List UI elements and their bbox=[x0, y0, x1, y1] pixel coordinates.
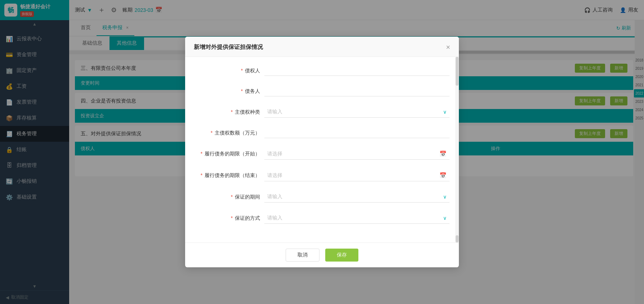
creditor-label: * 债权人 bbox=[200, 68, 264, 74]
guarantee-method-arrow-icon: ∨ bbox=[443, 215, 447, 221]
period-start-datepicker[interactable]: 请选择 📅 bbox=[264, 148, 450, 160]
creditor-input[interactable] bbox=[264, 65, 450, 76]
form-row-guarantee-method: * 保证的方式 请输入 ∨ bbox=[200, 213, 450, 224]
guarantee-method-placeholder: 请输入 bbox=[267, 215, 443, 221]
guarantee-method-select[interactable]: 请输入 ∨ bbox=[264, 213, 450, 224]
period-end-datepicker[interactable]: 请选择 📅 bbox=[264, 170, 450, 181]
claim-amount-label: * 主债权数额（万元） bbox=[200, 130, 264, 136]
period-end-placeholder: 请选择 bbox=[267, 172, 439, 179]
claim-type-label: * 主债权种类 bbox=[200, 109, 264, 115]
modal-close-button[interactable]: × bbox=[446, 43, 450, 51]
modal-footer: 取消 保存 bbox=[185, 242, 459, 267]
period-start-calendar-icon: 📅 bbox=[439, 150, 447, 157]
save-button[interactable]: 保存 bbox=[325, 249, 358, 262]
form-row-creditor: * 债权人 bbox=[200, 65, 450, 76]
guarantee-period-arrow-icon: ∨ bbox=[443, 194, 447, 200]
form-row-claim-type: * 主债权种类 请输入 ∨ bbox=[200, 106, 450, 118]
cancel-button[interactable]: 取消 bbox=[286, 249, 319, 262]
period-start-placeholder: 请选择 bbox=[267, 151, 439, 157]
claim-type-placeholder: 请输入 bbox=[267, 109, 443, 115]
debtor-input[interactable] bbox=[264, 86, 450, 96]
debtor-label: * 债务人 bbox=[200, 88, 264, 95]
modal-overlay[interactable]: 新增对外提供保证担保情况 × * 债权人 * 债务人 bbox=[0, 0, 644, 304]
guarantee-period-select[interactable]: 请输入 ∨ bbox=[264, 191, 450, 203]
guarantee-period-label: * 保证的期间 bbox=[200, 194, 264, 200]
guarantee-method-label: * 保证的方式 bbox=[200, 215, 264, 222]
form-row-period-start: * 履行债务的期限（开始） 请选择 📅 bbox=[200, 148, 450, 160]
modal-header: 新增对外提供保证担保情况 × bbox=[185, 37, 459, 57]
form-row-guarantee-period: * 保证的期间 请输入 ∨ bbox=[200, 191, 450, 203]
modal-body: * 债权人 * 债务人 * 主债权种 bbox=[185, 57, 455, 242]
claim-amount-input[interactable] bbox=[264, 128, 450, 138]
modal-title: 新增对外提供保证担保情况 bbox=[194, 44, 263, 51]
modal: 新增对外提供保证担保情况 × * 债权人 * 债务人 bbox=[185, 37, 459, 267]
period-end-calendar-icon: 📅 bbox=[439, 172, 447, 179]
guarantee-period-placeholder: 请输入 bbox=[267, 194, 443, 200]
form-row-period-end: * 履行债务的期限（结束） 请选择 📅 bbox=[200, 170, 450, 181]
form-row-debtor: * 债务人 bbox=[200, 86, 450, 96]
modal-scrollbar[interactable] bbox=[455, 57, 459, 242]
form-row-claim-amount: * 主债权数额（万元） bbox=[200, 128, 450, 138]
period-start-label: * 履行债务的期限（开始） bbox=[200, 151, 264, 157]
claim-type-select[interactable]: 请输入 ∨ bbox=[264, 106, 450, 118]
period-end-label: * 履行债务的期限（结束） bbox=[200, 172, 264, 179]
modal-scrollbar-thumb bbox=[456, 57, 459, 86]
claim-type-arrow-icon: ∨ bbox=[443, 109, 447, 115]
